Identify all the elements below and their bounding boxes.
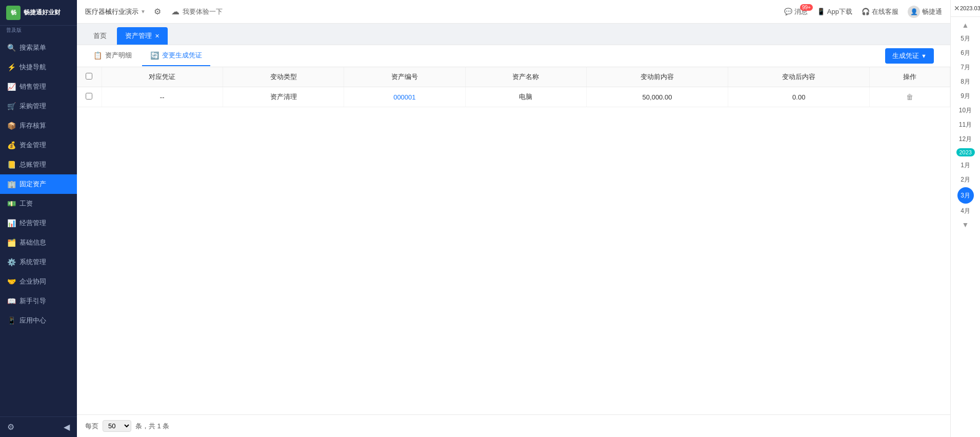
app-download-button[interactable]: 📱 App下载 — [817, 7, 852, 16]
timeline-month-7[interactable]: 7月 — [953, 61, 978, 74]
tab-home[interactable]: 首页 — [85, 27, 115, 45]
row-before-change: 50,000.00 — [586, 87, 728, 107]
app-download-icon: 📱 — [817, 8, 825, 15]
system-icon: ⚙️ — [7, 258, 15, 266]
sidebar-item-quicknav[interactable]: ⚡ 快捷导航 — [0, 57, 77, 77]
col-action: 操作 — [870, 67, 950, 87]
col-checkbox — [77, 67, 102, 87]
timeline-month-12[interactable]: 12月 — [953, 132, 978, 146]
guide-icon: 📖 — [7, 297, 15, 305]
timeline-month-2023-1[interactable]: 1月 — [953, 158, 978, 172]
sidebar-item-payroll[interactable]: 💵 工资 — [0, 194, 77, 213]
sidebar-item-inventory[interactable]: 📦 库存核算 — [0, 116, 77, 135]
purchase-icon: 🛒 — [7, 102, 15, 110]
row-asset-name: 电脑 — [465, 87, 586, 107]
row-after-change: 0.00 — [728, 87, 870, 107]
change-voucher-table: 对应凭证 变动类型 资产编号 资产名称 变动前内容 变动后内容 操作 — [77, 67, 950, 107]
avatar: 👤 — [908, 6, 920, 18]
sidebar-item-finance[interactable]: 💰 资金管理 — [0, 135, 77, 155]
sidebar-bottom: ⚙ ◀ — [0, 416, 77, 437]
inner-tab-asset-list[interactable]: 📋 资产明细 — [85, 46, 140, 66]
sidebar-item-base-info[interactable]: 🗂️ 基础信息 — [0, 233, 77, 252]
quicknav-icon: ⚡ — [7, 63, 15, 71]
timeline-month-11[interactable]: 11月 — [953, 118, 978, 132]
payroll-icon: 💵 — [7, 200, 15, 208]
experience-icon: ☁ — [171, 7, 179, 16]
per-page-label: 每页 — [85, 422, 98, 431]
sidebar-item-search[interactable]: 🔍 搜索菜单 — [0, 38, 77, 57]
timeline-scroll-up[interactable]: ▲ — [951, 19, 980, 31]
sidebar-edition: 普及版 — [0, 26, 77, 38]
inventory-icon: 📦 — [7, 122, 15, 130]
support-icon: 🎧 — [862, 8, 870, 15]
asset-list-icon: 📋 — [93, 51, 102, 59]
row-change-type: 资产清理 — [223, 87, 344, 107]
sidebar-item-cooperation[interactable]: 🤝 企业协同 — [0, 272, 77, 291]
sidebar-item-operations[interactable]: 📊 经营管理 — [0, 213, 77, 233]
per-page-select[interactable]: 50 20 100 — [103, 420, 131, 432]
settings-gear-icon[interactable]: ⚙ — [154, 7, 161, 16]
col-after-change: 变动后内容 — [728, 67, 870, 87]
avatar-icon: 👤 — [910, 8, 918, 15]
row-asset-code[interactable]: 000001 — [344, 87, 465, 107]
timeline-month-2023-4[interactable]: 4月 — [953, 204, 978, 218]
sidebar-logo: 畅 畅捷通好业财 — [0, 0, 77, 26]
timeline-month-2023-3-current[interactable]: 3月 — [957, 187, 974, 204]
tab-close-icon[interactable]: ✕ — [155, 33, 159, 39]
tab-asset-management[interactable]: 资产管理 ✕ — [117, 27, 168, 45]
timeline-month-2023-2[interactable]: 2月 — [953, 173, 978, 187]
col-asset-code: 资产编号 — [344, 67, 465, 87]
base-info-icon: 🗂️ — [7, 239, 15, 247]
sidebar-item-sales[interactable]: 📈 销售管理 — [0, 77, 77, 96]
timeline-month-5[interactable]: 5月 — [953, 32, 978, 46]
generate-voucher-button[interactable]: 生成凭证 ▼ — [885, 48, 934, 64]
sidebar-item-ledger[interactable]: 📒 总账管理 — [0, 155, 77, 174]
sidebar-item-system[interactable]: ⚙️ 系统管理 — [0, 252, 77, 272]
search-icon: 🔍 — [7, 44, 15, 52]
user-profile-button[interactable]: 👤 畅捷通 — [908, 6, 942, 18]
row-checkbox[interactable] — [86, 93, 92, 100]
inner-tab-change-voucher[interactable]: 🔄 变更生成凭证 — [142, 46, 210, 66]
timeline-month-6[interactable]: 6月 — [953, 46, 978, 60]
row-action-cell: 🗑 — [870, 87, 950, 107]
company-dropdown-arrow: ▼ — [141, 9, 146, 14]
topbar-right: 💬 消息 99+ 📱 App下载 🎧 在线客服 👤 畅捷通 — [784, 6, 942, 18]
cooperation-icon: 🤝 — [7, 277, 15, 286]
delete-icon[interactable]: 🗑 — [906, 93, 913, 101]
operations-icon: 📊 — [7, 219, 15, 227]
timeline-month-8[interactable]: 8月 — [953, 75, 978, 89]
timeline-year-2023: 2023 — [956, 148, 975, 156]
sidebar-item-guide[interactable]: 📖 新手引导 — [0, 291, 77, 311]
tabs-bar: 首页 资产管理 ✕ — [77, 24, 950, 45]
select-all-checkbox[interactable] — [86, 73, 92, 80]
sidebar-collapse-icon[interactable]: ◀ — [64, 422, 70, 432]
messages-badge: 99+ — [800, 4, 813, 11]
logo-icon: 畅 — [6, 6, 21, 20]
main-content: 📋 资产明细 🔄 变更生成凭证 生成凭证 ▼ 对应凭 — [77, 45, 950, 437]
right-panel-header-date: 2023.03 — [960, 5, 980, 11]
right-panel: ✕ 2023.03 ⤢ ▲ 5月 6月 7月 8月 9月 10月 11月 12月… — [950, 0, 980, 437]
experience-banner[interactable]: ☁ 我要体验一下 — [171, 7, 223, 16]
col-change-type: 变动类型 — [223, 67, 344, 87]
logo-text: 畅捷通好业财 — [24, 9, 61, 17]
right-panel-header: ✕ 2023.03 ⤢ — [951, 0, 980, 17]
timeline-month-9[interactable]: 9月 — [953, 89, 978, 103]
sidebar-item-fixed-assets[interactable]: 🏢 固定资产 — [0, 174, 77, 194]
timeline-month-10[interactable]: 10月 — [953, 104, 978, 117]
col-before-change: 变动前内容 — [586, 67, 728, 87]
sidebar-settings-icon[interactable]: ⚙ — [7, 422, 14, 432]
messages-icon: 💬 — [784, 8, 792, 15]
messages-button[interactable]: 💬 消息 99+ — [784, 7, 808, 16]
online-support-button[interactable]: 🎧 在线客服 — [862, 7, 898, 16]
fixed-assets-icon: 🏢 — [7, 180, 15, 188]
timeline: ▲ 5月 6月 7月 8月 9月 10月 11月 12月 2023 1月 2月 … — [951, 17, 980, 437]
change-voucher-table-container: 对应凭证 变动类型 资产编号 资产名称 变动前内容 变动后内容 操作 — [77, 67, 950, 414]
company-selector[interactable]: 医疗器械行业演示 ▼ — [85, 7, 146, 16]
sidebar-item-app-center[interactable]: 📱 应用中心 — [0, 311, 77, 330]
right-panel-close-icon[interactable]: ✕ — [954, 4, 960, 12]
app-center-icon: 📱 — [7, 316, 15, 325]
timeline-scroll-down[interactable]: ▼ — [951, 218, 980, 231]
sidebar-item-purchase[interactable]: 🛒 采购管理 — [0, 96, 77, 116]
finance-icon: 💰 — [7, 141, 15, 149]
topbar-header: 医疗器械行业演示 ▼ ⚙ ☁ 我要体验一下 💬 消息 99+ 📱 App下载 🎧… — [77, 0, 950, 24]
